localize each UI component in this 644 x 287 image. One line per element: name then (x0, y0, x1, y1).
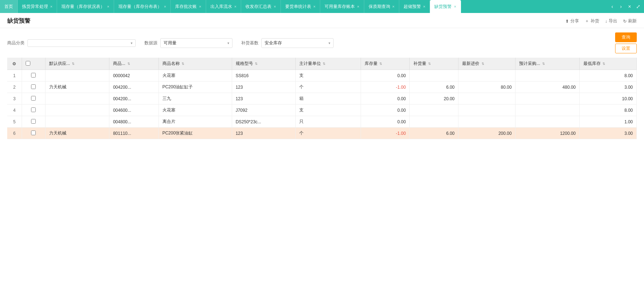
tab-close-all-button[interactable]: × (625, 2, 634, 11)
category-select[interactable]: ▾ (27, 39, 136, 47)
row-stock: -1.00 (361, 128, 410, 139)
tab-home[interactable]: 首页 (0, 0, 18, 13)
row-spec: DS250*23c... (232, 116, 295, 128)
replenish-base-select[interactable]: 安全库存 ▾ (261, 38, 334, 48)
query-button[interactable]: 查询 (615, 32, 637, 42)
tab-close-receive-summary[interactable]: × (274, 4, 276, 9)
tab-available-ledger[interactable]: 可用量库存账本 × (320, 0, 364, 13)
row-checkbox[interactable] (31, 73, 36, 78)
row-unit: 支 (295, 70, 361, 81)
tab-inventory-status[interactable]: 现存量（库存状况表） × (57, 0, 114, 13)
row-latest-price (458, 93, 515, 105)
sort-supplier-icon: ⇅ (72, 62, 75, 66)
export-button[interactable]: ↓ 导出 (605, 18, 617, 24)
th-goods-name[interactable]: 商品名称 ⇅ (158, 58, 232, 70)
tab-close-overstock[interactable]: × (423, 4, 425, 9)
filter-group-replenish-base: 补货基数 安全库存 ▾ (241, 38, 334, 48)
row-stock: 0.00 (361, 116, 410, 128)
row-checkbox-cell[interactable] (22, 81, 45, 93)
row-est-purchase: 1200.00 (515, 128, 579, 139)
table-row: 6 力天机械 801110... PC200张紧油缸 123 个 -1.00 6… (7, 128, 637, 139)
row-number: 1 (7, 70, 22, 81)
tab-defect-handling[interactable]: 拣货异常处理 × (18, 0, 57, 13)
datasource-select[interactable]: 可用量 ▾ (160, 38, 232, 48)
row-checkbox[interactable] (31, 84, 36, 89)
th-default-supplier[interactable]: 默认供应... ⇅ (45, 58, 109, 70)
row-goods-name: 三九 (158, 93, 232, 105)
tab-receive-summary[interactable]: 收发存汇总表 × (241, 0, 280, 13)
th-latest-price[interactable]: 最新进价 ⇅ (458, 58, 515, 70)
sort-price-icon: ⇅ (482, 62, 484, 66)
sort-spec-icon: ⇅ (255, 62, 258, 66)
row-min-stock: 3.00 (579, 81, 636, 93)
row-checkbox-cell[interactable] (22, 70, 45, 81)
th-checkbox[interactable] (22, 58, 45, 70)
filter-group-datasource: 数据源 可用量 ▾ (144, 38, 232, 48)
row-unit: 只 (295, 116, 361, 128)
sort-unit-icon: ⇅ (323, 62, 326, 66)
row-est-purchase: 480.00 (515, 81, 579, 93)
replenish-base-select-value: 安全库存 (265, 40, 282, 46)
tab-close-demand-stats[interactable]: × (313, 4, 316, 9)
th-stock[interactable]: 库存量 ⇅ (361, 58, 410, 70)
tab-close-expiry-query[interactable]: × (392, 4, 395, 9)
sort-code-icon: ⇅ (127, 62, 130, 66)
refresh-button[interactable]: ↻ 刷新 (623, 18, 637, 24)
row-checkbox[interactable] (31, 119, 36, 124)
select-all-checkbox[interactable] (26, 61, 30, 66)
tab-expiry-query[interactable]: 保质期查询 × (364, 0, 399, 13)
replenish-button[interactable]: ＋ 补货 (585, 18, 599, 24)
replenish-icon: ＋ (585, 18, 589, 24)
share-button[interactable]: ⬆ 分享 (565, 18, 579, 24)
sort-name-icon: ⇅ (182, 62, 184, 66)
row-checkbox[interactable] (31, 96, 36, 101)
th-spec[interactable]: 规格型号 ⇅ (232, 58, 295, 70)
th-gear[interactable]: ⚙ (7, 58, 22, 70)
tab-inout-flow[interactable]: 出入库流水 × (206, 0, 241, 13)
row-goods-name: 火花塞 (158, 105, 232, 116)
row-number: 2 (7, 81, 22, 93)
settings-button[interactable]: 设置 (615, 44, 637, 53)
tab-overstock[interactable]: 超储预警 × (399, 0, 430, 13)
row-number: 4 (7, 105, 22, 116)
tab-prev-button[interactable]: ‹ (608, 2, 617, 11)
tab-close-shortage[interactable]: × (454, 4, 456, 9)
th-min-stock[interactable]: 最低库存 ⇅ (579, 58, 636, 70)
row-replenish-qty: 20.00 (410, 93, 458, 105)
tab-shortage[interactable]: 缺货预警 × (430, 0, 461, 13)
row-checkbox[interactable] (31, 107, 36, 112)
row-checkbox-cell[interactable] (22, 93, 45, 105)
row-checkbox[interactable] (31, 131, 36, 135)
tab-close-available-ledger[interactable]: × (357, 4, 359, 9)
row-checkbox-cell[interactable] (22, 105, 45, 116)
th-est-purchase[interactable]: 预计采购... ⇅ (515, 58, 579, 70)
tab-inventory-dist[interactable]: 现存量（库存分布表） × (114, 0, 171, 13)
tab-close-inventory-dist[interactable]: × (164, 4, 166, 9)
row-spec: 123 (232, 128, 295, 139)
replenish-base-label: 补货基数 (241, 40, 258, 46)
row-checkbox-cell[interactable] (22, 128, 45, 139)
row-est-purchase (515, 70, 579, 81)
th-goods-code[interactable]: 商品... ⇅ (109, 58, 158, 70)
tab-close-defect-handling[interactable]: × (50, 4, 52, 9)
table-row: 3 004200... 三九 123 箱 0.00 20.00 10.00 (7, 93, 637, 105)
row-est-purchase (515, 105, 579, 116)
row-min-stock: 8.00 (579, 70, 636, 81)
th-replenish-qty[interactable]: 补货量 ⇅ (410, 58, 458, 70)
row-goods-code: 004800... (109, 116, 158, 128)
tab-next-button[interactable]: › (617, 2, 625, 11)
table-row: 5 004800... 离合片 DS250*23c... 只 0.00 1.00 (7, 116, 637, 128)
share-icon: ⬆ (565, 19, 569, 24)
row-checkbox-cell[interactable] (22, 116, 45, 128)
row-spec: J7092 (232, 105, 295, 116)
tab-close-inout-flow[interactable]: × (234, 4, 236, 9)
th-unit[interactable]: 主计量单位 ⇅ (295, 58, 361, 70)
tab-close-batch-account[interactable]: × (199, 4, 201, 9)
row-default-supplier: 力天机械 (45, 128, 109, 139)
tab-batch-account[interactable]: 库存批次账 × (171, 0, 206, 13)
tab-close-inventory-status[interactable]: × (107, 4, 109, 9)
page-header: 缺货预警 ⬆ 分享 ＋ 补货 ↓ 导出 ↻ 刷新 (0, 13, 644, 28)
page-title: 缺货预警 (7, 17, 30, 25)
tab-fullscreen-button[interactable]: ⤢ (634, 2, 643, 11)
tab-demand-stats[interactable]: 要货单统计表 × (281, 0, 320, 13)
